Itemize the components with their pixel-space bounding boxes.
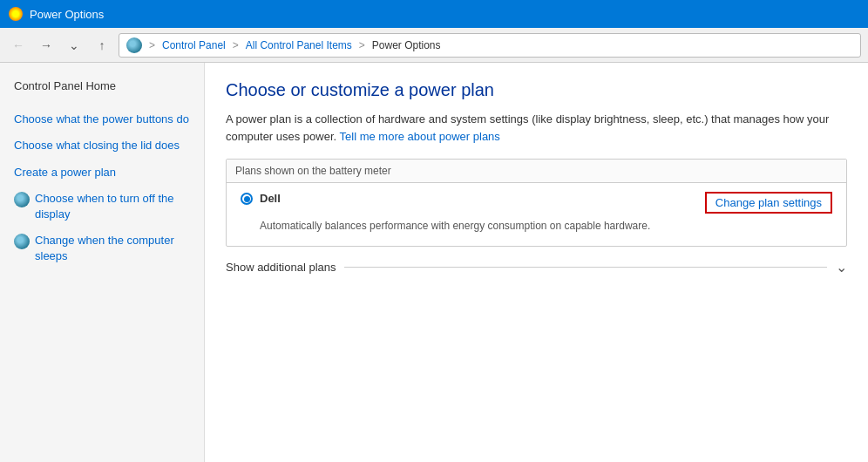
- page-title: Choose or customize a power plan: [226, 80, 847, 100]
- down-button[interactable]: ⌄: [63, 34, 85, 57]
- up-button[interactable]: ↑: [91, 34, 113, 57]
- title-bar: Power Options: [0, 0, 868, 28]
- sidebar-item-create-plan[interactable]: Create a power plan: [0, 160, 204, 186]
- globe-icon-display: [14, 192, 30, 207]
- breadcrumb-separator: >: [149, 39, 155, 51]
- breadcrumb-icon: [126, 37, 142, 53]
- plans-divider: [344, 267, 827, 268]
- plan-description: Automatically balances performance with …: [260, 219, 832, 234]
- sidebar-item-closing-lid[interactable]: Choose what closing the lid does: [0, 132, 204, 159]
- plan-radio[interactable]: [241, 193, 253, 205]
- show-additional-plans-link[interactable]: Show additional plans: [226, 261, 336, 274]
- sidebar-item-computer-sleeps[interactable]: Change when the computer sleeps: [0, 228, 204, 269]
- globe-icon-sleep: [14, 234, 30, 249]
- chevron-down-icon[interactable]: ⌄: [836, 259, 847, 275]
- learn-more-link[interactable]: Tell me more about power plans: [340, 130, 500, 143]
- breadcrumb-control-panel[interactable]: Control Panel: [162, 39, 226, 51]
- main-layout: Control Panel Home Choose what the power…: [0, 63, 868, 462]
- plans-header: Plans shown on the battery meter: [227, 160, 846, 183]
- content-description: A power plan is a collection of hardware…: [226, 111, 847, 145]
- sidebar-item-power-buttons[interactable]: Choose what the power buttons do: [0, 106, 204, 132]
- breadcrumb-all-items[interactable]: All Control Panel Items: [246, 39, 352, 51]
- plan-name: Dell: [260, 192, 281, 205]
- plans-section: Plans shown on the battery meter Dell Ch…: [226, 159, 847, 247]
- content-area: Choose or customize a power plan A power…: [205, 63, 868, 462]
- title-bar-text: Power Options: [30, 8, 104, 21]
- plan-row: Dell Change plan settings: [241, 192, 832, 214]
- plans-body: Dell Change plan settings Automatically …: [227, 183, 846, 246]
- plan-left: Dell: [241, 192, 281, 205]
- back-button[interactable]: ←: [7, 34, 30, 57]
- address-field: > Control Panel > All Control Panel Item…: [119, 33, 861, 58]
- sidebar-home[interactable]: Control Panel Home: [0, 73, 204, 99]
- power-options-icon: [9, 7, 23, 21]
- sidebar-item-turn-off-display[interactable]: Choose when to turn off the display: [0, 186, 204, 228]
- forward-button[interactable]: →: [35, 34, 58, 57]
- change-plan-button[interactable]: Change plan settings: [705, 192, 832, 214]
- additional-plans-row: Show additional plans ⌄: [226, 259, 847, 275]
- address-bar: ← → ⌄ ↑ > Control Panel > All Control Pa…: [0, 28, 868, 63]
- radio-inner: [244, 196, 250, 202]
- sidebar: Control Panel Home Choose what the power…: [0, 63, 205, 462]
- breadcrumb-power-options: Power Options: [372, 39, 441, 51]
